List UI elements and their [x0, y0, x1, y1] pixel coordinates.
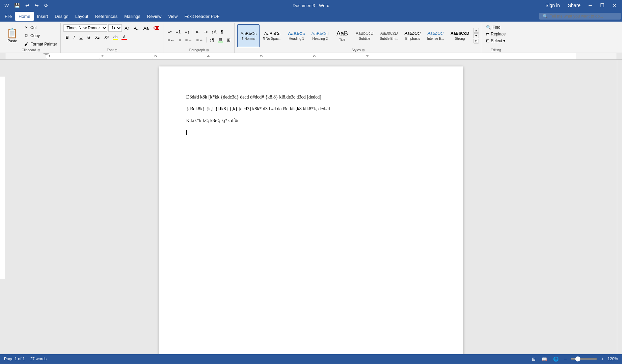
menu-foxit[interactable]: Foxit Reader PDF	[181, 12, 223, 21]
format-painter-button[interactable]: 🖌 Format Painter	[22, 41, 58, 47]
style-subtle-em[interactable]: AaBbCcD Subtle Em...	[377, 24, 401, 47]
shading-button[interactable]: ▤	[216, 36, 224, 43]
read-mode-button[interactable]: 📖	[540, 356, 549, 362]
minimize-button[interactable]: ─	[586, 1, 595, 9]
italic-button[interactable]: I	[72, 34, 77, 41]
paste-button[interactable]: 📋 Paste	[3, 24, 21, 47]
menu-mailings[interactable]: Mailings	[121, 12, 144, 21]
menu-review[interactable]: Review	[144, 12, 165, 21]
redo-button[interactable]: ↪	[33, 2, 40, 9]
highlight-color-bar	[113, 39, 118, 40]
document-page[interactable]: D3d#d k8k [k*kk {dedc3d} decd d#dcd# {k8…	[159, 66, 463, 354]
word-count: 27 words	[30, 357, 47, 361]
font-name-select[interactable]: Times New Roman	[63, 24, 107, 32]
align-left-button[interactable]: ≡←	[166, 36, 177, 44]
clear-format-button[interactable]: ⌫	[152, 25, 161, 32]
style-subtitle[interactable]: AaBbCcD Subtitle	[353, 24, 377, 47]
cut-button[interactable]: ✂ Cut	[22, 24, 58, 31]
menu-file[interactable]: File	[1, 12, 15, 21]
zoom-level: 120%	[607, 357, 618, 361]
paragraph-expand-icon[interactable]: ⊡	[206, 49, 209, 52]
style-emphasis[interactable]: AaBbCcI Emphasis	[402, 24, 424, 47]
spinner-button[interactable]: ⟳	[43, 2, 50, 9]
font-expand-icon[interactable]: ⊡	[115, 49, 117, 52]
find-label: Find	[492, 25, 500, 30]
multilevel-button[interactable]: ≡↕	[183, 28, 191, 35]
decrease-indent-button[interactable]: ⇤	[194, 28, 201, 35]
align-center-button[interactable]: ≡	[177, 36, 183, 44]
clipboard-expand-icon[interactable]: ⊡	[37, 49, 40, 52]
styles-expand-button[interactable]: ⊡	[474, 39, 479, 44]
underline-button[interactable]: U	[77, 34, 84, 41]
menu-layout[interactable]: Layout	[72, 12, 92, 21]
menu-design[interactable]: Design	[51, 12, 72, 21]
styles-scroll-up-button[interactable]: ▲	[473, 28, 479, 33]
share-button[interactable]: Share	[565, 1, 583, 9]
superscript-button[interactable]: X²	[102, 34, 111, 41]
style-intense-em[interactable]: AaBbCcI Intense E...	[424, 24, 447, 47]
menu-view[interactable]: View	[165, 12, 181, 21]
style-subtle-em-preview: AaBbCcD	[380, 31, 398, 36]
search-input[interactable]	[550, 14, 617, 19]
styles-expand-icon[interactable]: ⊡	[362, 49, 365, 52]
bullets-button[interactable]: ≡•	[166, 28, 173, 35]
zoom-in-button[interactable]: +	[600, 356, 605, 362]
menu-home[interactable]: Home	[15, 12, 34, 21]
menu-insert[interactable]: Insert	[34, 12, 52, 21]
copy-button[interactable]: ⧉ Copy	[22, 32, 58, 39]
select-button[interactable]: ⊡ Select ▾	[484, 38, 508, 44]
increase-font-button[interactable]: A↑	[123, 25, 131, 32]
font-color-button[interactable]: A	[120, 34, 128, 40]
style-heading1[interactable]: AaBbCc Heading 1	[285, 24, 308, 47]
close-button[interactable]: ✕	[610, 1, 619, 9]
sign-in-button[interactable]: Sign in	[543, 1, 563, 9]
styles-scroll-down-button[interactable]: ▼	[473, 33, 479, 38]
format-painter-label: Format Painter	[30, 42, 57, 47]
strikethrough-button[interactable]: S	[85, 34, 92, 41]
show-formatting-button[interactable]: ¶	[219, 28, 225, 35]
style-title[interactable]: AaB Title	[332, 24, 352, 47]
ruler-right-margin	[617, 53, 622, 59]
word-icon[interactable]: W	[3, 2, 10, 9]
sort-button[interactable]: ↕A	[210, 28, 218, 35]
style-no-spacing[interactable]: AaBbCc ¶ No Spac...	[260, 24, 285, 47]
style-normal[interactable]: AaBbCc ¶ Normal	[237, 24, 260, 47]
undo-button[interactable]: ↩	[24, 2, 31, 9]
find-button[interactable]: 🔍 Find	[484, 24, 508, 30]
svg-text:3: 3	[154, 55, 157, 57]
subscript-button[interactable]: X₂	[93, 34, 102, 41]
style-intense-em-label: Intense E...	[427, 37, 444, 40]
style-strong[interactable]: AaBbCcD Strong	[448, 24, 472, 47]
page-info: Page 1 of 1	[4, 357, 25, 361]
ruler-left-margin	[0, 53, 5, 59]
style-strong-label: Strong	[455, 37, 465, 40]
main-area: D3d#d k8k [k*kk {dedc3d} decd d#dcd# {k8…	[0, 60, 622, 354]
justify-button[interactable]: ≡↔	[194, 36, 205, 44]
document-container[interactable]: D3d#d k8k [k*kk {dedc3d} decd d#dcd# {k8…	[5, 60, 617, 354]
align-right-button[interactable]: ≡→	[184, 36, 194, 44]
replace-button[interactable]: ⇄ Replace	[484, 31, 508, 37]
vertical-scrollbar[interactable]	[617, 60, 622, 354]
numbering-button[interactable]: ≡1	[174, 28, 183, 35]
menu-references[interactable]: References	[92, 12, 121, 21]
bold-button[interactable]: B	[63, 34, 71, 41]
save-button[interactable]: 💾	[12, 2, 22, 9]
zoom-out-button[interactable]: −	[563, 356, 568, 362]
line-spacing-button[interactable]: ↕¶	[208, 36, 216, 44]
restore-button[interactable]: ❐	[597, 1, 607, 9]
font-size-select[interactable]: 14	[108, 24, 122, 32]
zoom-slider[interactable]	[570, 358, 597, 360]
decrease-font-button[interactable]: A↓	[132, 25, 141, 32]
increase-indent-button[interactable]: ⇥	[202, 28, 209, 35]
style-emphasis-preview: AaBbCcI	[405, 31, 421, 36]
web-layout-button[interactable]: 🌐	[551, 356, 560, 362]
style-heading1-preview: AaBbCc	[288, 31, 305, 36]
change-case-button[interactable]: Aa	[142, 25, 151, 32]
style-heading2[interactable]: AaBbCcI Heading 2	[308, 24, 332, 47]
text-highlight-button[interactable]: ab	[111, 34, 119, 40]
borders-button[interactable]: ⊞	[225, 36, 232, 44]
editing-group: 🔍 Find ⇄ Replace ⊡ Select ▾ Editing	[482, 23, 510, 53]
clipboard-label: Clipboard	[22, 48, 36, 52]
print-layout-button[interactable]: ⊞	[530, 356, 537, 362]
window-controls: Sign in Share ─ ❐ ✕	[543, 1, 619, 9]
